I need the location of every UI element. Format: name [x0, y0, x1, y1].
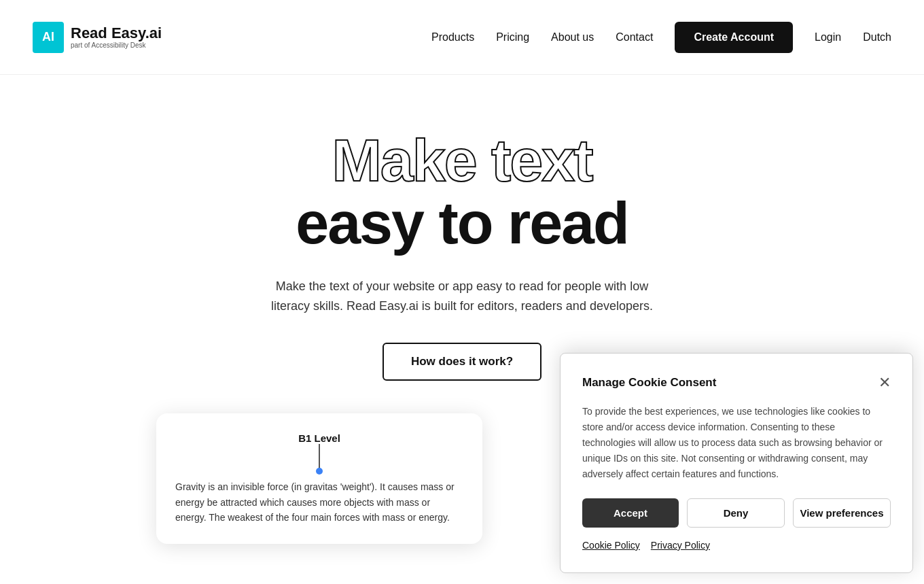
demo-text: Gravity is an invisible force (in gravit…: [175, 479, 463, 525]
cookie-title: Manage Cookie Consent: [582, 376, 716, 390]
cookie-footer-links: Cookie Policy Privacy Policy: [582, 540, 891, 551]
accept-button[interactable]: Accept: [582, 498, 679, 528]
nav-link-pricing[interactable]: Pricing: [496, 31, 529, 44]
hero-subtext: Make the text of your website or app eas…: [265, 277, 659, 316]
cookie-body: To provide the best experiences, we use …: [582, 404, 891, 482]
cookie-banner: Manage Cookie Consent ✕ To provide the b…: [560, 353, 913, 573]
nav-link-about[interactable]: About us: [551, 31, 594, 44]
create-account-button[interactable]: Create Account: [675, 22, 793, 53]
logo-subtitle: part of Accessibility Desk: [71, 41, 162, 49]
main-nav: AI Read Easy.ai part of Accessibility De…: [0, 0, 924, 75]
login-link[interactable]: Login: [815, 31, 841, 44]
demo-card: B1 Level Gravity is an invisible force (…: [156, 413, 482, 544]
language-selector[interactable]: Dutch: [863, 31, 891, 44]
demo-level: B1 Level: [175, 432, 463, 471]
hero-headline-line2: easy to read: [14, 192, 910, 254]
cookie-policy-link[interactable]: Cookie Policy: [582, 540, 640, 551]
view-preferences-button[interactable]: View preferences: [793, 498, 891, 528]
cookie-buttons: Accept Deny View preferences: [582, 498, 891, 528]
privacy-policy-link[interactable]: Privacy Policy: [651, 540, 710, 551]
logo-icon: AI: [33, 22, 64, 53]
how-it-works-button[interactable]: How does it work?: [383, 343, 541, 381]
logo-title: Read Easy.ai: [71, 25, 162, 41]
nav-links: Products Pricing About us Contact Create…: [431, 22, 891, 53]
nav-link-products[interactable]: Products: [431, 31, 474, 44]
deny-button[interactable]: Deny: [687, 498, 785, 528]
nav-link-contact[interactable]: Contact: [616, 31, 653, 44]
cookie-header: Manage Cookie Consent ✕: [582, 375, 891, 390]
logo-text: Read Easy.ai part of Accessibility Desk: [71, 25, 162, 49]
hero-headline-line1: Make text: [14, 129, 910, 192]
logo[interactable]: AI Read Easy.ai part of Accessibility De…: [33, 22, 162, 53]
cookie-close-button[interactable]: ✕: [878, 375, 891, 390]
